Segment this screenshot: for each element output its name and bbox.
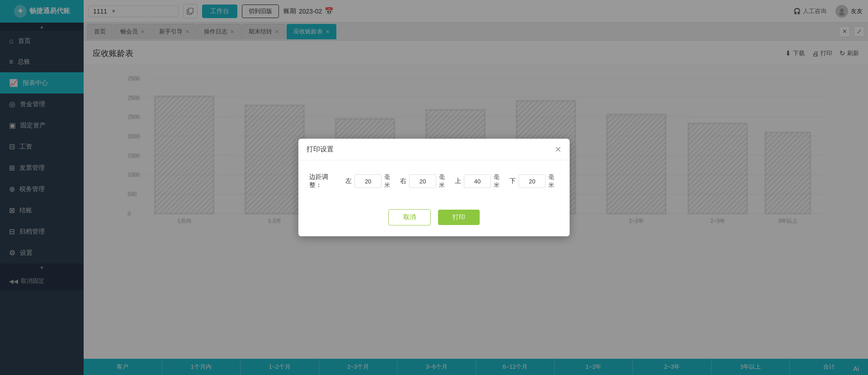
margin-row: 边距调整： 左 毫米 右 毫米 上 毫米 下: [309, 173, 559, 189]
left-margin-input[interactable]: [354, 174, 382, 188]
confirm-print-button[interactable]: 打印: [438, 210, 480, 225]
bottom-unit: 毫米: [548, 173, 559, 189]
top-margin-input[interactable]: [464, 174, 491, 188]
left-label: 左: [345, 177, 352, 185]
top-label: 上: [455, 177, 461, 185]
modal-title: 打印设置: [307, 145, 334, 154]
bottom-margin-input[interactable]: [519, 174, 546, 188]
top-margin-group: 上 毫米: [455, 173, 504, 189]
modal-footer: 取消 打印: [298, 202, 570, 236]
bottom-margin-group: 下 毫米: [509, 173, 559, 189]
right-margin-group: 右 毫米: [400, 173, 449, 189]
top-unit: 毫米: [494, 173, 504, 189]
right-label: 右: [400, 177, 406, 185]
cancel-button[interactable]: 取消: [388, 209, 431, 225]
left-margin-group: 左 毫米: [345, 173, 395, 189]
modal-body: 边距调整： 左 毫米 右 毫米 上 毫米 下: [298, 160, 570, 202]
left-unit: 毫米: [384, 173, 395, 189]
modal-overlay: 打印设置 ✕ 边距调整： 左 毫米 右 毫米 上 毫米: [0, 0, 868, 375]
modal-header: 打印设置 ✕: [298, 139, 570, 160]
right-unit: 毫米: [439, 173, 449, 189]
right-margin-input[interactable]: [409, 174, 436, 188]
bottom-label: 下: [509, 177, 516, 185]
modal-close-button[interactable]: ✕: [555, 145, 561, 154]
margin-label: 边距调整：: [309, 173, 340, 189]
print-settings-modal: 打印设置 ✕ 边距调整： 左 毫米 右 毫米 上 毫米: [298, 139, 570, 236]
